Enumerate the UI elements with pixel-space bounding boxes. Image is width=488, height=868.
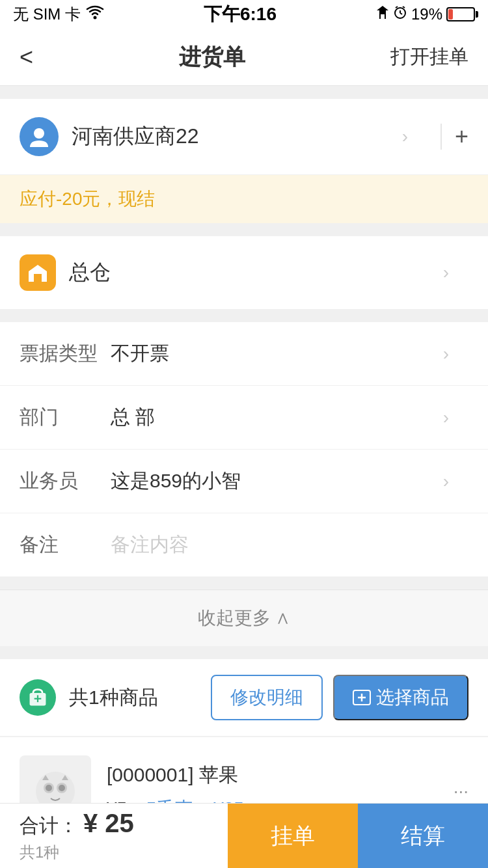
wifi-icon xyxy=(86,5,104,23)
svg-rect-7 xyxy=(34,274,42,282)
dept-label: 部门 xyxy=(20,404,111,431)
svg-point-18 xyxy=(59,785,65,791)
collapse-button[interactable]: 收起更多 ∧ xyxy=(0,590,488,646)
invoice-value: 不开票 xyxy=(111,340,443,367)
product-more-button[interactable]: ··· xyxy=(454,781,468,802)
svg-line-3 xyxy=(400,13,402,14)
warehouse-name: 总仓 xyxy=(69,258,443,287)
add-supplier-icon[interactable]: + xyxy=(455,123,468,150)
supplier-section: 河南供应商22 › + 应付-20元，现结 xyxy=(0,99,488,223)
invoice-row[interactable]: 票据类型 不开票 › xyxy=(0,322,488,386)
battery-icon xyxy=(446,7,475,21)
invoice-chevron-icon: › xyxy=(443,344,449,364)
total-sub: 共1种 xyxy=(20,842,208,863)
battery-text: 19% xyxy=(411,5,442,23)
dept-chevron-icon: › xyxy=(443,407,449,428)
remark-input[interactable]: 备注内容 xyxy=(111,532,468,558)
warehouse-section: 总仓 › xyxy=(0,236,488,309)
supplier-row[interactable]: 河南供应商22 › + xyxy=(0,99,488,175)
status-time: 下午6:16 xyxy=(204,2,277,27)
product-header: 共1种商品 修改明细 选择商品 xyxy=(0,659,488,736)
svg-point-17 xyxy=(46,785,52,791)
total-label: 合计： xyxy=(20,813,78,839)
product-count: 共1种商品 xyxy=(69,685,211,711)
select-product-button[interactable]: 选择商品 xyxy=(333,675,468,720)
supplier-name: 河南供应商22 xyxy=(72,122,402,151)
supplier-avatar xyxy=(20,117,59,156)
location-icon xyxy=(376,5,389,23)
svg-point-0 xyxy=(94,16,97,20)
svg-line-4 xyxy=(396,7,398,8)
status-bar: 无 SIM 卡 下午6:16 19 xyxy=(0,0,488,29)
sales-row[interactable]: 业务员 这是859的小智 › xyxy=(0,450,488,513)
svg-line-5 xyxy=(403,7,405,8)
supplier-divider xyxy=(441,124,442,150)
product-name: [0000001] 苹果 xyxy=(107,762,454,789)
status-right: 19% xyxy=(376,5,475,23)
supplier-chevron-icon: › xyxy=(402,126,408,147)
remark-row[interactable]: 备注 备注内容 xyxy=(0,513,488,576)
sales-value: 这是859的小智 xyxy=(111,468,443,495)
page-title: 进货单 xyxy=(179,42,245,72)
total-amount: ¥ 25 xyxy=(83,809,134,838)
edit-detail-button[interactable]: 修改明细 xyxy=(211,675,323,720)
invoice-label: 票据类型 xyxy=(20,340,111,367)
sales-label: 业务员 xyxy=(20,468,111,495)
status-left: 无 SIM 卡 xyxy=(13,4,104,25)
warehouse-icon xyxy=(20,254,56,291)
dept-value: 总 部 xyxy=(111,404,443,431)
open-hang-button[interactable]: 打开挂单 xyxy=(390,44,468,70)
select-product-label: 选择商品 xyxy=(376,685,449,710)
supplier-alert: 应付-20元，现结 xyxy=(0,175,488,223)
warehouse-row[interactable]: 总仓 › xyxy=(0,236,488,309)
warehouse-chevron-icon: › xyxy=(443,262,449,283)
back-button[interactable]: < xyxy=(20,44,33,71)
settle-button[interactable]: 结算 xyxy=(358,804,488,869)
remark-label: 备注 xyxy=(20,532,111,558)
nav-bar: < 进货单 打开挂单 xyxy=(0,29,488,86)
product-icon xyxy=(20,679,56,716)
hang-button[interactable]: 挂单 xyxy=(228,804,358,869)
total-area: 合计： ¥ 25 共1种 xyxy=(0,809,228,863)
bottom-bar: 合计： ¥ 25 共1种 挂单 结算 xyxy=(0,803,488,868)
dept-row[interactable]: 部门 总 部 › xyxy=(0,386,488,450)
total-main: 合计： ¥ 25 xyxy=(20,809,208,839)
carrier-text: 无 SIM 卡 xyxy=(13,4,81,25)
alarm-icon xyxy=(393,5,407,23)
form-section: 票据类型 不开票 › 部门 总 部 › 业务员 这是859的小智 › 备注 备注… xyxy=(0,322,488,576)
svg-point-6 xyxy=(34,128,44,139)
sales-chevron-icon: › xyxy=(443,471,449,492)
